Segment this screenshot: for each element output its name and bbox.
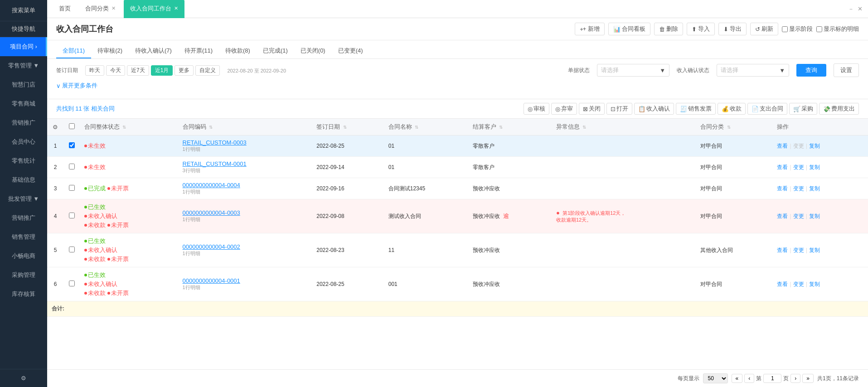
row-checkbox[interactable]: [63, 267, 80, 301]
row-select-checkbox[interactable]: [69, 213, 75, 218]
select-all-checkbox[interactable]: [69, 123, 75, 129]
row-select-checkbox[interactable]: [69, 185, 75, 191]
row-checkbox[interactable]: [63, 199, 80, 233]
copy-link[interactable]: 复制: [809, 164, 820, 171]
contract-code-link[interactable]: 0000000000004-0004: [183, 182, 240, 189]
date-btn-custom[interactable]: 自定义: [195, 65, 220, 76]
next-page-btn[interactable]: ›: [790, 374, 800, 383]
expense-out-btn[interactable]: 💸 费用支出: [819, 103, 859, 115]
contract-code-link[interactable]: 0000000000004-0001: [183, 277, 240, 284]
th-sign-date[interactable]: 签订日期 ⇅: [312, 119, 383, 135]
view-link[interactable]: 查看: [777, 247, 788, 254]
set-button[interactable]: 设置: [834, 63, 859, 77]
sidebar-search[interactable]: 搜索菜单: [0, 0, 47, 21]
page-size-select[interactable]: 20 50 100: [703, 373, 728, 383]
row-checkbox[interactable]: [63, 135, 80, 157]
income-confirm-select[interactable]: 请选择 ▼: [717, 64, 789, 77]
payment-btn[interactable]: 💰 收款: [718, 103, 746, 115]
sidebar-item-smart-store[interactable]: 智慧门店: [0, 75, 47, 94]
sidebar-settings[interactable]: ⚙: [0, 369, 47, 387]
change-link[interactable]: 变更: [793, 185, 804, 193]
row-checkbox[interactable]: [63, 178, 80, 199]
sidebar-item-inventory[interactable]: 库存核算: [0, 285, 47, 304]
th-customer[interactable]: 结算客户 ⇅: [468, 119, 552, 135]
filter-tab-closed[interactable]: 已关闭(0): [294, 44, 332, 58]
th-checkbox[interactable]: [63, 119, 80, 135]
contract-board-button[interactable]: 📊 合同看板: [608, 23, 650, 35]
sidebar-item-retail-mgmt[interactable]: 零售管理 ▼: [0, 56, 47, 75]
refresh-button[interactable]: ↺ 刷新: [750, 23, 778, 35]
view-link[interactable]: 查看: [777, 142, 788, 150]
first-page-btn[interactable]: «: [732, 374, 743, 383]
copy-link[interactable]: 复制: [809, 247, 820, 254]
income-confirm-btn[interactable]: 📋 收入确认: [634, 103, 674, 115]
change-link[interactable]: 变更: [793, 281, 804, 288]
th-type[interactable]: 合同分类 ⇅: [696, 119, 772, 135]
new-button[interactable]: + + 新增: [575, 23, 605, 35]
prev-page-btn[interactable]: ‹: [744, 374, 754, 383]
sidebar-item-purchase[interactable]: 采购管理: [0, 266, 47, 285]
query-button[interactable]: 查询: [796, 64, 826, 77]
date-btn-yesterday[interactable]: 昨天: [85, 65, 104, 76]
sidebar-item-member[interactable]: 会员中心: [0, 132, 47, 151]
sidebar-item-retail-mall[interactable]: 零售商城: [0, 94, 47, 113]
export-button[interactable]: ⬇ 导出: [718, 23, 747, 35]
th-status[interactable]: 合同整体状态 ⇅: [80, 119, 178, 135]
filter-tab-pending-payment[interactable]: 待收款(8): [219, 44, 257, 58]
contract-code-link[interactable]: 0000000000004-0002: [183, 243, 240, 250]
change-link[interactable]: 变更: [793, 142, 804, 150]
show-details-checkbox[interactable]: [816, 26, 822, 32]
sidebar-quick-nav[interactable]: 快捷导航: [0, 21, 47, 37]
copy-link[interactable]: 复制: [809, 185, 820, 193]
row-select-checkbox[interactable]: [69, 247, 75, 252]
show-details-checkbox-label[interactable]: 显示标的明细: [816, 25, 859, 33]
purchase-btn[interactable]: 🛒 采购: [789, 103, 817, 115]
view-link[interactable]: 查看: [777, 213, 788, 220]
filter-tab-pending-invoice[interactable]: 待开票(11): [178, 44, 219, 58]
th-code[interactable]: 合同编码 ⇅: [178, 119, 312, 135]
audit-btn[interactable]: ◎ 审核: [524, 103, 549, 115]
sidebar-item-basic-info[interactable]: 基础信息: [0, 170, 47, 189]
filter-tab-changed[interactable]: 已变更(4): [332, 44, 369, 58]
contract-code-link[interactable]: RETAIL_CUSTOM-0001: [183, 160, 247, 167]
expand-more-button[interactable]: ∨ 展开更多条件: [56, 80, 97, 92]
copy-link[interactable]: 复制: [809, 281, 820, 288]
sidebar-item-project[interactable]: 项目合同 ›: [0, 37, 47, 56]
tab-home[interactable]: 首页: [53, 0, 77, 18]
date-btn-1month[interactable]: 近1月: [151, 65, 173, 76]
change-link[interactable]: 变更: [793, 247, 804, 254]
show-stages-checkbox[interactable]: [782, 26, 788, 32]
row-select-checkbox[interactable]: [69, 281, 75, 286]
tab-close-icon[interactable]: ✕: [174, 5, 178, 11]
last-page-btn[interactable]: »: [802, 374, 814, 383]
change-link[interactable]: 变更: [793, 213, 804, 220]
open-btn[interactable]: ⊡ 打开: [606, 103, 632, 115]
filter-tab-all[interactable]: 全部(11): [56, 44, 91, 58]
copy-link[interactable]: 复制: [809, 142, 820, 150]
tab-income-contract[interactable]: 收入合同工作台 ✕: [124, 0, 184, 18]
th-name[interactable]: 合同名称 ⇅: [384, 119, 468, 135]
sidebar-item-ecommerce[interactable]: 小畅电商: [0, 247, 47, 266]
doc-status-select[interactable]: 请选择 ▼: [597, 64, 669, 77]
sidebar-item-marketing1[interactable]: 营销推广: [0, 113, 47, 132]
copy-link[interactable]: 复制: [809, 213, 820, 220]
contract-code-link[interactable]: RETAIL_CUSTOM-0003: [183, 139, 247, 146]
show-stages-checkbox-label[interactable]: 显示阶段: [782, 25, 813, 33]
sidebar-item-marketing2[interactable]: 营销推广: [0, 208, 47, 227]
date-btn-more[interactable]: 更多: [175, 65, 194, 76]
contract-code-link[interactable]: 0000000000004-0003: [183, 209, 240, 216]
close-btn[interactable]: ⊠ 关闭: [579, 103, 605, 115]
date-btn-today[interactable]: 今天: [106, 65, 125, 76]
change-link[interactable]: 变更: [793, 164, 804, 171]
view-link[interactable]: 查看: [777, 281, 788, 288]
row-checkbox[interactable]: [63, 157, 80, 178]
outgoing-contract-btn[interactable]: 📄 支出合同: [747, 103, 787, 115]
row-select-checkbox[interactable]: [69, 164, 75, 169]
th-settings[interactable]: ⚙: [47, 119, 63, 135]
row-select-checkbox[interactable]: [69, 142, 75, 148]
date-btn-7days[interactable]: 近7天: [127, 65, 149, 76]
delete-button[interactable]: 🗑 删除: [654, 23, 683, 35]
row-checkbox[interactable]: [63, 233, 80, 267]
page-number-input[interactable]: [763, 374, 781, 383]
tab-close-icon[interactable]: ✕: [112, 5, 116, 11]
